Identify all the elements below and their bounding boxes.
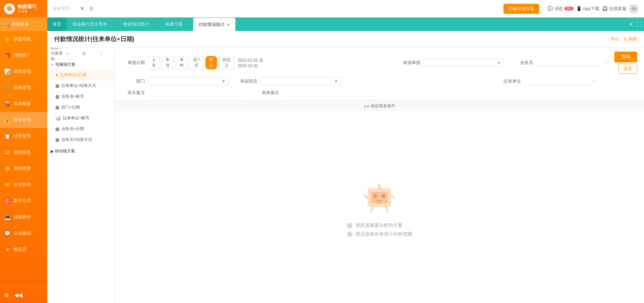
- enterprise-icon: 🤝: [4, 181, 11, 188]
- scheme-item-staff-date[interactable]: ▦ 业务员+日期: [47, 123, 114, 134]
- doc-status-select-arrow: ▼: [334, 79, 338, 84]
- online-service-action[interactable]: 🎧 在线客服: [602, 6, 626, 12]
- table-head-note-input[interactable]: [148, 89, 242, 96]
- staff-input[interactable]: [536, 59, 603, 67]
- scheme-item-icon-unit-payment: ▦: [55, 83, 59, 88]
- date-btn-custom[interactable]: 自定义: [219, 56, 234, 69]
- tab-bank-flow-label: 现金银行流水查询: [72, 21, 107, 27]
- sidebar-item-newguide[interactable]: 🎯 新手引导: [0, 193, 47, 209]
- trial-button[interactable]: 体验行业方案: [503, 4, 539, 14]
- mobile-section-label: 移动端方案: [55, 148, 75, 154]
- collapse-more-btn[interactable]: ∧∧ 收起更多条件: [115, 101, 644, 111]
- breadcrumb-path: 资金管理 / ...: [53, 6, 76, 11]
- scheme-collapse-icon[interactable]: 《: [97, 51, 111, 57]
- tab-close-all-icon[interactable]: ✕: [629, 21, 633, 28]
- tab-home[interactable]: 首页: [47, 18, 67, 31]
- scheme-item-staff-account[interactable]: ▦ 业务员+账号: [47, 91, 114, 102]
- filter-area: 单据日期 上月 本月 本年 近7天 更多 自定义 2022-01-01 至 20…: [115, 48, 644, 303]
- search-menu[interactable]: 🔍 搜索菜单: [0, 18, 47, 31]
- filter-actions: 查询 设置: [614, 52, 637, 74]
- sidebar-item-marketing[interactable]: 🎁 营销推广: [0, 47, 47, 63]
- source-select[interactable]: ▼: [423, 59, 504, 67]
- tab-maximize-icon[interactable]: ⛶: [636, 21, 641, 27]
- tab-collection-close[interactable]: ✕: [151, 22, 154, 27]
- staff-dots[interactable]: ···: [605, 60, 609, 66]
- pc-section-title[interactable]: ▼ 电脑端方案: [47, 60, 114, 69]
- scheme-item-label-staff-date: 业务员+日期: [61, 126, 84, 132]
- scheme-add-icon[interactable]: +: [66, 51, 80, 56]
- sidebar-item-sales[interactable]: 📊 销售管理: [0, 63, 47, 80]
- tab-new-scheme-label: 新建方案: [165, 21, 183, 27]
- tab-new-scheme[interactable]: 新建方案 ✕: [160, 18, 193, 31]
- scheme-item-staff-payment[interactable]: ▦ 业务员+结算方式: [47, 134, 114, 145]
- tab-bank-flow-close[interactable]: ✕: [109, 22, 112, 27]
- app-download-action[interactable]: 📱 App下载: [576, 6, 599, 12]
- tab-payment-stats[interactable]: 付款情况统计 ✕: [193, 18, 235, 31]
- related-unit-dots[interactable]: ···: [592, 78, 597, 84]
- date-btn-more[interactable]: 更多: [205, 56, 217, 69]
- header-expand-icon[interactable]: ▼: [80, 6, 85, 12]
- mobile-section-title[interactable]: ▶ 移动端方案: [47, 146, 114, 156]
- settings-button[interactable]: 设置: [618, 64, 637, 74]
- header-settings-icon[interactable]: ⚙: [89, 5, 94, 12]
- tip-num-2: 2: [347, 231, 353, 237]
- dept-select[interactable]: ▼: [148, 77, 229, 85]
- purchase-icon: 🛒: [4, 84, 11, 91]
- sidebar-item-enterprise[interactable]: 🤝 企业协同: [0, 177, 47, 193]
- scheme-item-label-unit-account: 往来单位+账号: [63, 115, 89, 121]
- tab-new-scheme-close[interactable]: ✕: [185, 22, 188, 27]
- user-avatar[interactable]: Rit: [629, 4, 639, 13]
- tip-num-1: 1: [347, 222, 353, 229]
- sidebar-item-system[interactable]: ⚙ 系统管理: [0, 160, 47, 177]
- tip-text-2: 用过滤条件来缩小分析范围: [355, 231, 412, 237]
- tab-bank-flow[interactable]: 现金银行流水查询 ✕: [67, 18, 118, 31]
- svg-rect-5: [378, 184, 381, 189]
- sidebar-item-label: 畅会员: [13, 246, 27, 252]
- sidebar-item-label: 智能硬件: [13, 214, 31, 220]
- tab-collection[interactable]: 收款情况统计 ✕: [118, 18, 160, 31]
- tab-payment-stats-close[interactable]: ✕: [227, 23, 230, 27]
- sidebar-item-operation[interactable]: 📋 经营管理: [0, 128, 47, 144]
- messages-action[interactable]: 💬 消息 99+: [548, 6, 574, 12]
- sidebar-item-wechat[interactable]: 💬 企业微信: [0, 225, 47, 241]
- svg-rect-4: [376, 200, 383, 202]
- logo-text: 畅捷通巧 标准版: [18, 4, 36, 14]
- query-button[interactable]: 查询: [614, 52, 637, 62]
- date-btn-last-month[interactable]: 上月: [148, 56, 159, 69]
- scheme-item-unit-payment[interactable]: ▦ 往来单位+结算方式: [47, 80, 114, 91]
- doc-status-select[interactable]: ▼: [260, 77, 341, 85]
- sidebar-item-finance[interactable]: 💰 资金管理: [0, 112, 47, 128]
- online-service-label: 在线客服: [609, 6, 626, 12]
- collapse-sidebar-icon[interactable]: ◀◀: [14, 292, 22, 298]
- sidebar-item-purchase[interactable]: 🛒 采购管理: [0, 80, 47, 96]
- dept-label: 部门: [121, 78, 145, 84]
- finance-icon: 💰: [4, 117, 11, 123]
- settings-bottom-icon[interactable]: ⚙: [4, 292, 9, 298]
- date-btn-this-month[interactable]: 本月: [162, 56, 173, 69]
- scheme-item-icon-staff-payment: ▦: [55, 137, 59, 142]
- related-unit-input[interactable]: [524, 78, 591, 85]
- sidebar-item-quick-nav[interactable]: ⚡ 快捷导航: [0, 31, 47, 47]
- tab-home-label: 首页: [53, 21, 61, 27]
- table-body-note-input[interactable]: [282, 89, 376, 96]
- body-layout: 按以下方案查询 + ⚙ 《 ▼ 电脑端方案 ● 往来单位+日期 ▦: [47, 48, 644, 303]
- date-btn-this-year[interactable]: 本年: [176, 56, 187, 69]
- mobile-section-arrow: ▶: [51, 149, 54, 154]
- scheme-item-unit-account[interactable]: 📊 往来单位+账号: [47, 113, 114, 123]
- scheme-item-dept-date[interactable]: ▦ 部门+日期: [47, 102, 114, 113]
- date-btn-7days[interactable]: 近7天: [189, 56, 203, 69]
- sidebar-item-hardware[interactable]: 💻 智能硬件: [0, 209, 47, 225]
- tab-bar: 首页 现金银行流水查询 ✕ 收款情况统计 ✕ 新建方案 ✕ 付款情况统计 ✕ ✕…: [47, 18, 644, 31]
- app-download-label: App下载: [583, 6, 599, 12]
- refresh-button[interactable]: ↻ 刷新: [623, 36, 637, 42]
- svg-line-7: [391, 195, 394, 199]
- sidebar-item-basic[interactable]: 🗂 基础信息: [0, 144, 47, 160]
- scheme-settings-icon[interactable]: ⚙: [82, 51, 95, 56]
- sidebar-item-inventory[interactable]: 📦 库存核算: [0, 96, 47, 112]
- member-icon: V: [4, 246, 11, 253]
- scheme-item-unit-date[interactable]: ● 往来单位+日期: [47, 69, 114, 80]
- filter-row-3: 表头备注 表体备注: [121, 89, 637, 96]
- export-button[interactable]: ↑ 导出: [607, 36, 620, 42]
- sidebar-item-member[interactable]: V 畅会员: [0, 241, 47, 257]
- sidebar-item-label: 系统管理: [13, 165, 31, 172]
